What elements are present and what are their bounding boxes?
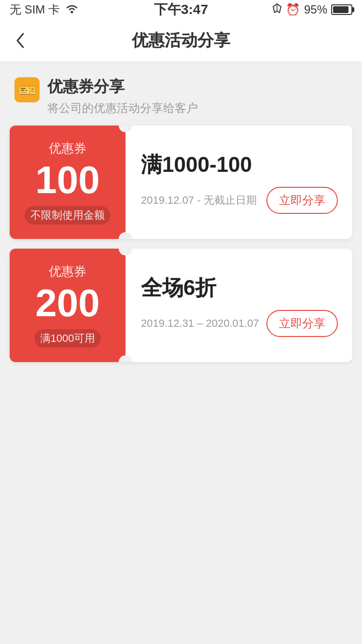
coupon-label: 优惠券 (49, 263, 86, 280)
share-button[interactable]: 立即分享 (266, 187, 338, 214)
section-title: 优惠券分享 (47, 76, 198, 98)
nav-bar: 优惠活动分享 (0, 19, 362, 62)
bottom-area (0, 372, 362, 613)
coupon-list: 优惠券 100 不限制使用金额 满1000-100 2019.12.07 - 无… (0, 126, 362, 372)
alarm-icon: ⏰ (286, 3, 300, 16)
location-icon (272, 3, 282, 16)
coupon-icon: 🎫 (19, 82, 36, 98)
battery-icon (331, 4, 352, 15)
coupon-left-panel: 优惠券 100 不限制使用金额 (10, 126, 125, 239)
status-time: 下午3:47 (154, 0, 208, 19)
coupon-bottom: 2019.12.07 - 无截止日期 立即分享 (141, 187, 338, 214)
coupon-right-panel: 全场6折 2019.12.31 – 2020.01.07 立即分享 (126, 249, 352, 362)
coupon-title: 满1000-100 (141, 151, 338, 179)
coupon-card: 优惠券 200 满1000可用 全场6折 2019.12.31 – 2020.0… (10, 249, 352, 362)
section-text: 优惠券分享 将公司的优惠活动分享给客户 (47, 76, 198, 116)
coupon-left-panel: 优惠券 200 满1000可用 (10, 249, 125, 362)
coupon-condition: 不限制使用金额 (25, 206, 111, 224)
coupon-label: 优惠券 (49, 140, 86, 157)
status-bar: 无 SIM 卡 下午3:47 ⏰ 95% (0, 0, 362, 19)
coupon-right-panel: 满1000-100 2019.12.07 - 无截止日期 立即分享 (126, 126, 352, 239)
coupon-card: 优惠券 100 不限制使用金额 满1000-100 2019.12.07 - 无… (10, 126, 352, 239)
back-button[interactable] (14, 31, 26, 50)
coupon-date: 2019.12.07 - 无截止日期 (141, 193, 257, 208)
coupon-condition: 满1000可用 (34, 329, 101, 348)
wifi-icon (65, 3, 79, 16)
battery-text: 95% (304, 3, 327, 16)
coupon-bottom: 2019.12.31 – 2020.01.07 立即分享 (141, 310, 338, 337)
page-title: 优惠活动分享 (132, 29, 230, 52)
coupon-value: 100 (35, 161, 99, 199)
section-header: 🎫 优惠券分享 将公司的优惠活动分享给客户 (0, 62, 362, 126)
coupon-date: 2019.12.31 – 2020.01.07 (141, 317, 259, 330)
svg-point-0 (71, 11, 73, 14)
coupon-title: 全场6折 (141, 274, 338, 302)
status-right: ⏰ 95% (272, 3, 352, 16)
share-button[interactable]: 立即分享 (266, 310, 338, 337)
status-left: 无 SIM 卡 (10, 2, 79, 17)
carrier-text: 无 SIM 卡 (10, 2, 60, 17)
coupon-value: 200 (35, 284, 99, 322)
section-icon: 🎫 (14, 77, 40, 102)
section-subtitle: 将公司的优惠活动分享给客户 (47, 100, 198, 116)
